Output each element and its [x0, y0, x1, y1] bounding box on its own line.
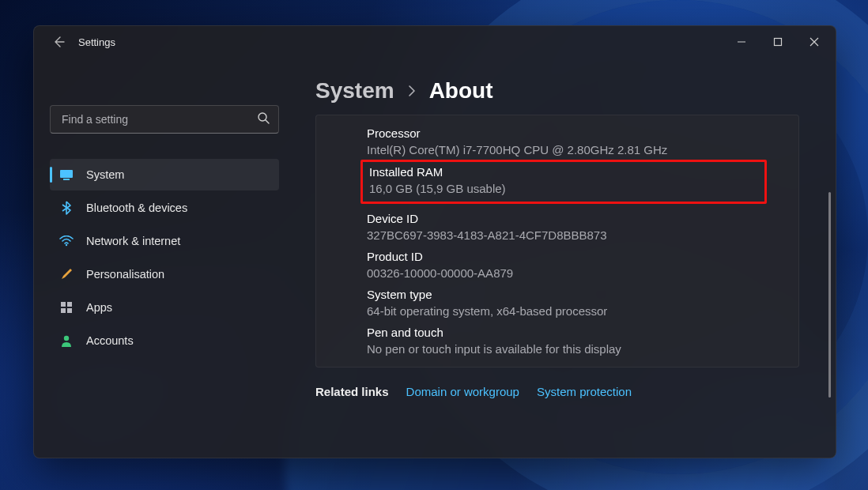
spec-label-pen-touch: Pen and touch	[367, 326, 798, 339]
spec-label-processor: Processor	[367, 126, 798, 140]
spec-value-device-id: 327BC697-3983-4183-A821-4CF7D8BBB873	[367, 228, 798, 242]
related-link-system-protection[interactable]: System protection	[537, 385, 632, 398]
sidebar-item-accounts[interactable]: Accounts	[50, 325, 279, 356]
sidebar-item-network[interactable]: Network & internet	[50, 225, 279, 257]
sidebar-item-system[interactable]: System	[50, 159, 279, 190]
nav-list: System Bluetooth & devices Network & int…	[50, 159, 279, 356]
search-wrapper	[50, 105, 279, 134]
spec-label-product-id: Product ID	[367, 250, 798, 263]
sidebar-item-personalisation[interactable]: Personalisation	[50, 258, 279, 290]
sidebar-item-bluetooth[interactable]: Bluetooth & devices	[50, 192, 279, 224]
brush-icon	[59, 267, 74, 281]
window-controls	[723, 28, 832, 55]
sidebar-item-label: Bluetooth & devices	[86, 202, 187, 214]
bluetooth-icon	[59, 201, 74, 215]
person-icon	[59, 334, 74, 348]
device-specifications-card: Processor Intel(R) Core(TM) i7-7700HQ CP…	[315, 115, 799, 368]
breadcrumb-parent[interactable]: System	[315, 78, 394, 104]
sidebar-item-label: Network & internet	[86, 235, 180, 247]
svg-point-6	[66, 244, 67, 246]
main-panel: System About Processor Intel(R) Core(TM)…	[295, 58, 836, 458]
svg-rect-10	[67, 308, 72, 313]
close-button[interactable]	[796, 28, 832, 55]
related-link-domain[interactable]: Domain or workgroup	[406, 385, 519, 398]
svg-rect-8	[67, 302, 72, 307]
svg-rect-1	[775, 39, 782, 46]
spec-value-pen-touch: No pen or touch input is available for t…	[367, 342, 798, 356]
spec-label-ram: Installed RAM	[369, 165, 758, 179]
back-arrow-icon	[52, 36, 65, 48]
related-links: Related links Domain or workgroup System…	[315, 385, 799, 398]
display-icon	[59, 168, 74, 182]
minimize-button[interactable]	[723, 28, 760, 55]
svg-rect-4	[60, 170, 73, 178]
svg-rect-9	[61, 308, 66, 313]
close-icon	[810, 37, 819, 47]
svg-point-11	[64, 336, 69, 341]
breadcrumb-current: About	[429, 78, 493, 104]
related-links-label: Related links	[315, 385, 389, 398]
svg-rect-7	[61, 302, 66, 307]
sidebar-item-label: System	[86, 168, 124, 181]
sidebar: System Bluetooth & devices Network & int…	[34, 58, 295, 458]
maximize-icon	[773, 37, 783, 47]
window-title: Settings	[78, 36, 115, 48]
annotation-highlight: Installed RAM 16,0 GB (15,9 GB usable)	[360, 160, 767, 204]
minimize-icon	[737, 37, 746, 47]
spec-value-system-type: 64-bit operating system, x64-based proce…	[367, 304, 798, 318]
sidebar-item-apps[interactable]: Apps	[50, 292, 279, 323]
search-input[interactable]	[50, 105, 279, 134]
search-icon	[257, 111, 270, 124]
spec-value-product-id: 00326-10000-00000-AA879	[367, 266, 798, 280]
spec-value-processor: Intel(R) Core(TM) i7-7700HQ CPU @ 2.80GH…	[367, 143, 798, 156]
sidebar-item-label: Apps	[86, 301, 112, 314]
wifi-icon	[59, 234, 74, 248]
spec-value-ram: 16,0 GB (15,9 GB usable)	[369, 182, 758, 195]
apps-icon	[59, 300, 74, 315]
scrollbar-thumb[interactable]	[828, 192, 831, 398]
back-button[interactable]	[51, 35, 66, 49]
spec-label-system-type: System type	[367, 288, 798, 301]
svg-point-2	[259, 113, 266, 121]
settings-window: Settings	[33, 25, 836, 458]
content-area: System Bluetooth & devices Network & int…	[34, 58, 836, 458]
maximize-button[interactable]	[760, 28, 796, 55]
breadcrumb: System About	[315, 78, 799, 104]
svg-rect-5	[63, 179, 70, 180]
sidebar-item-label: Personalisation	[86, 268, 164, 281]
sidebar-item-label: Accounts	[86, 334, 134, 347]
spec-label-device-id: Device ID	[367, 212, 798, 225]
titlebar: Settings	[34, 26, 836, 58]
chevron-right-icon	[407, 85, 417, 97]
svg-line-3	[266, 120, 269, 123]
